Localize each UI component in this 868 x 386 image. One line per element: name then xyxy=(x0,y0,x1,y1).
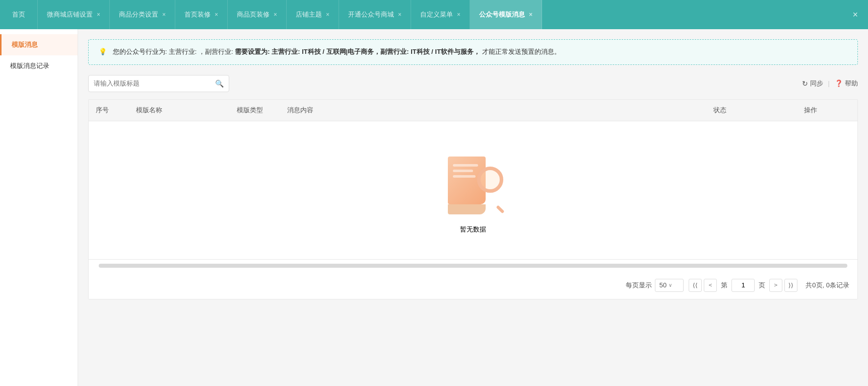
th-type: 模版类型 xyxy=(230,100,280,121)
empty-state: 暂无数据 xyxy=(89,121,857,259)
th-content: 消息内容 xyxy=(280,100,706,121)
page-prev-button[interactable]: ＜ xyxy=(704,279,717,292)
doc-curl xyxy=(448,204,486,214)
empty-illustration xyxy=(440,151,506,217)
pagination-row: 每页显示 50 ∨ ⟨⟨ ＜ 第 页 ＞ ⟩⟩ 共0页, 0条记录 xyxy=(89,272,857,299)
main-layout: 模版消息 模版消息记录 💡 您的公众号行业为: 主营行业: ，副营行业: 需要设… xyxy=(0,29,868,386)
total-text: 共0页, 0条记录 xyxy=(806,281,849,290)
scroll-doc-icon xyxy=(440,151,506,217)
doc-line xyxy=(453,170,473,172)
sidebar: 模版消息 模版消息记录 xyxy=(0,29,78,386)
tab-home[interactable]: 首页 xyxy=(0,0,38,29)
page-input[interactable] xyxy=(731,279,755,292)
help-button[interactable]: ❓ 帮助 xyxy=(835,79,858,88)
per-page-select: 每页显示 50 ∨ xyxy=(626,279,684,292)
table-wrap: 序号 模版名称 模版类型 消息内容 状态 操作 xyxy=(88,99,858,299)
horizontal-scrollbar[interactable] xyxy=(99,264,847,268)
tab-shop-theme[interactable]: 店铺主题 × xyxy=(287,0,339,29)
page-nav: ⟨⟨ ＜ 第 页 ＞ ⟩⟩ xyxy=(689,279,797,292)
sidebar-item-template-records[interactable]: 模版消息记录 xyxy=(0,55,78,76)
tab-custom-menu[interactable]: 自定义菜单 × xyxy=(411,0,470,29)
divider: | xyxy=(828,80,830,87)
tab-product-decor[interactable]: 商品页装修 × xyxy=(228,0,287,29)
search-input-wrap[interactable]: 🔍 xyxy=(88,75,229,92)
magnify-handle xyxy=(496,205,505,213)
page-last-button[interactable]: ⟩⟩ xyxy=(784,279,797,292)
search-bar: 🔍 ↻ 同步 | ❓ 帮助 xyxy=(88,75,858,92)
doc-line xyxy=(453,164,478,167)
tab-bar: 首页 微商城店铺设置 × 商品分类设置 × 首页装修 × 商品页装修 × 店铺主… xyxy=(0,0,868,29)
close-icon[interactable]: × xyxy=(398,11,402,18)
close-icon[interactable]: × xyxy=(274,11,277,18)
tab-template-msg[interactable]: 公众号模版消息 × xyxy=(470,0,542,29)
per-page-dropdown[interactable]: 50 ∨ xyxy=(655,279,684,292)
sync-button[interactable]: ↻ 同步 xyxy=(802,79,823,88)
close-icon[interactable]: × xyxy=(457,11,460,18)
tab-bar-close-all[interactable]: × xyxy=(842,10,868,20)
th-action: 操作 xyxy=(797,100,857,121)
close-icon[interactable]: × xyxy=(326,11,329,18)
magnify-circle xyxy=(477,167,503,193)
search-actions: ↻ 同步 | ❓ 帮助 xyxy=(802,79,858,88)
tab-open-wechat[interactable]: 开通公众号商城 × xyxy=(339,0,411,29)
bulb-icon: 💡 xyxy=(99,48,107,55)
close-icon[interactable]: × xyxy=(97,11,100,18)
doc-line xyxy=(453,175,476,178)
scroll-bar-row xyxy=(89,259,857,272)
empty-text: 暂无数据 xyxy=(460,225,486,234)
close-icon[interactable]: × xyxy=(162,11,166,18)
search-icon[interactable]: 🔍 xyxy=(215,80,224,88)
help-icon: ❓ xyxy=(835,80,843,87)
close-icon[interactable]: × xyxy=(529,11,532,18)
search-input[interactable] xyxy=(94,80,215,87)
page-first-button[interactable]: ⟨⟨ xyxy=(689,279,702,292)
th-name: 模版名称 xyxy=(129,100,230,121)
notice-box: 💡 您的公众号行业为: 主营行业: ，副营行业: 需要设置为: 主营行业: IT… xyxy=(88,39,858,65)
close-icon[interactable]: × xyxy=(215,11,218,18)
th-status: 状态 xyxy=(706,100,797,121)
page-next-button[interactable]: ＞ xyxy=(769,279,782,292)
tab-wshop-settings[interactable]: 微商城店铺设置 × xyxy=(38,0,110,29)
sidebar-item-template-msg[interactable]: 模版消息 xyxy=(0,34,78,55)
tab-product-cat[interactable]: 商品分类设置 × xyxy=(110,0,175,29)
chevron-down-icon: ∨ xyxy=(669,282,672,288)
tab-home-decor[interactable]: 首页装修 × xyxy=(175,0,228,29)
content-area: 💡 您的公众号行业为: 主营行业: ，副营行业: 需要设置为: 主营行业: IT… xyxy=(78,29,868,386)
sync-icon: ↻ xyxy=(802,80,808,88)
th-seq: 序号 xyxy=(89,100,129,121)
table-header: 序号 模版名称 模版类型 消息内容 状态 操作 xyxy=(89,100,857,121)
